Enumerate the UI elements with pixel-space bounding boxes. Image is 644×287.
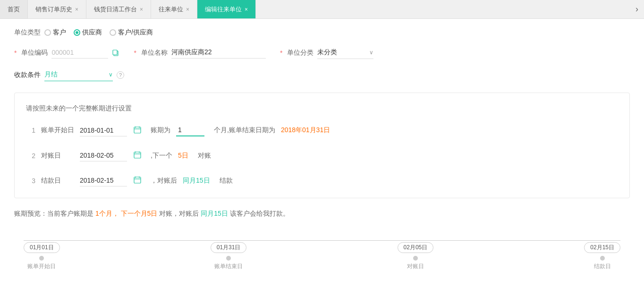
unit-name-input[interactable] <box>171 47 266 59</box>
unit-code-required: * <box>14 49 17 57</box>
start-date-calendar-icon[interactable] <box>134 126 141 135</box>
timeline-label-4: 结款日 <box>594 262 611 270</box>
svg-rect-6 <box>134 152 141 158</box>
preview-section: 账期预览：当前客户账期是 1个月， 下一个月5日 对账，对账后 同月15日 该客… <box>14 208 630 219</box>
setting-index-3: 3 <box>26 177 35 185</box>
timeline-date-3: 02月05日 <box>398 242 434 253</box>
tab-cash-work-label: 钱货日清工作台 <box>94 5 137 14</box>
tab-sales-history[interactable]: 销售订单历史 × <box>28 0 86 18</box>
tab-sales-history-label: 销售订单历史 <box>35 5 72 14</box>
tab-cash-work-close[interactable]: × <box>140 6 143 13</box>
setting-label-3: 结款日 <box>41 177 74 185</box>
payment-dropdown-arrow: ∨ <box>109 71 113 78</box>
timeline-point-4: 02月15日 结款日 <box>584 242 620 270</box>
timeline-dot-4 <box>600 256 605 261</box>
setting-label-1: 账单开始日 <box>41 126 74 135</box>
timeline-dot-3 <box>413 256 418 261</box>
tab-partner-close[interactable]: × <box>186 6 189 13</box>
radio-customer-supplier-circle <box>110 29 116 36</box>
unit-name-required: * <box>134 49 136 57</box>
tab-cash-work[interactable]: 钱货日清工作台 × <box>86 0 151 18</box>
timeline-date-4: 02月15日 <box>584 242 620 253</box>
unit-code-label: 单位编码 <box>21 49 48 57</box>
reconcile-desc-prefix: ,下一个 <box>151 152 172 160</box>
tab-home[interactable]: 首页 <box>0 0 28 18</box>
setting-row-3: 3 结款日 ，对账后同月15日结款 <box>26 175 618 186</box>
tab-bar: 首页 销售订单历史 × 钱货日清工作台 × 往来单位 × 编辑往来单位 × › <box>0 0 644 19</box>
tab-sales-history-close[interactable]: × <box>75 6 78 13</box>
payment-date-input[interactable] <box>80 175 127 186</box>
timeline-point-2: 01月31日 账单结束日 <box>211 242 247 270</box>
timeline-dot-1 <box>39 256 44 261</box>
tab-home-label: 首页 <box>8 5 20 14</box>
tab-more-button[interactable]: › <box>630 0 644 18</box>
reconcile-highlight: 5日 <box>178 152 188 160</box>
unit-code-input[interactable] <box>51 47 108 59</box>
payment-date-calendar-icon[interactable] <box>134 176 141 185</box>
svg-rect-2 <box>134 127 141 133</box>
unit-name-group: * 单位名称 <box>134 47 265 59</box>
unit-type-group: 单位类型 客户 供应商 客户/供应商 <box>14 28 153 37</box>
reconcile-desc-suffix: 对账 <box>198 152 211 160</box>
payment-highlight: 同月15日 <box>183 177 210 185</box>
tab-partner-label: 往来单位 <box>159 5 183 14</box>
preview-part4: 同月15日 <box>201 210 228 217</box>
unit-type-label: 单位类型 <box>14 28 41 37</box>
unit-category-select[interactable]: 未分类 ∨ <box>317 46 373 59</box>
payment-desc-suffix: 结款 <box>220 177 233 185</box>
period-input[interactable] <box>176 124 204 136</box>
start-date-input[interactable] <box>80 125 127 136</box>
payment-select[interactable]: 月结 ∨ <box>44 68 113 81</box>
tab-partner[interactable]: 往来单位 × <box>151 0 197 18</box>
unit-info-row: * 单位编码 * 单位名称 * 单位分类 未分类 ∨ <box>14 46 630 59</box>
reconcile-date-input[interactable] <box>80 150 127 161</box>
tab-edit-partner[interactable]: 编辑往来单位 × <box>197 0 256 18</box>
setting-index-2: 2 <box>26 152 35 160</box>
unit-category-value: 未分类 <box>317 48 337 57</box>
timeline-date-2: 01月31日 <box>211 242 247 253</box>
radio-supplier[interactable]: 供应商 <box>74 28 102 37</box>
unit-type-radio-group: 客户 供应商 客户/供应商 <box>44 28 153 37</box>
period-suffix-1: 个月,账单结束日期为 <box>214 126 275 135</box>
radio-supplier-label: 供应商 <box>82 28 102 37</box>
radio-customer-supplier[interactable]: 客户/供应商 <box>110 28 153 37</box>
help-icon[interactable]: ? <box>117 71 124 79</box>
payment-label: 收款条件 <box>14 71 41 79</box>
unit-category-arrow: ∨ <box>369 49 373 56</box>
preview-part3: 对账，对账后 <box>159 210 199 217</box>
period-prefix-1: 账期为 <box>151 126 170 135</box>
radio-supplier-circle <box>74 29 80 36</box>
payment-desc-prefix: ，对账后 <box>151 177 177 185</box>
unit-name-label: 单位名称 <box>141 49 168 57</box>
card-instruction: 请按照未来的一个完整帐期进行设置 <box>26 104 618 113</box>
radio-customer-label: 客户 <box>53 28 66 37</box>
radio-customer-supplier-label: 客户/供应商 <box>118 28 153 37</box>
tab-edit-partner-label: 编辑往来单位 <box>205 5 242 14</box>
reconcile-date-calendar-icon[interactable] <box>134 151 141 160</box>
timeline: 01月01日 账单开始日 01月31日 账单结束日 02月05日 对账日 <box>14 231 630 285</box>
tab-edit-partner-close[interactable]: × <box>245 6 248 13</box>
unit-code-group: * 单位编码 <box>14 47 119 59</box>
preview-part2: 下一个月5日 <box>121 210 158 217</box>
radio-customer-circle <box>44 29 51 36</box>
settings-card: 请按照未来的一个完整帐期进行设置 1 账单开始日 账期为 个月,账单结束日期为 … <box>14 93 630 198</box>
svg-rect-1 <box>113 50 117 55</box>
timeline-points: 01月01日 账单开始日 01月31日 账单结束日 02月05日 对账日 <box>24 236 620 270</box>
setting-index-1: 1 <box>26 127 35 134</box>
preview-part5: 该客户会给我打款。 <box>230 210 289 217</box>
setting-label-2: 对账日 <box>41 152 74 160</box>
preview-label: 账期预览：当前客户账期是 <box>14 210 93 217</box>
timeline-label-3: 对账日 <box>407 262 424 270</box>
timeline-date-1: 01月01日 <box>24 242 60 253</box>
setting-row-2: 2 对账日 ,下一个5日对账 <box>26 150 618 161</box>
copy-icon[interactable] <box>112 49 119 57</box>
unit-category-label: 单位分类 <box>287 49 314 57</box>
preview-part1: 1个月， <box>95 210 119 217</box>
radio-customer[interactable]: 客户 <box>44 28 66 37</box>
svg-rect-10 <box>134 177 141 183</box>
main-content: 单位类型 客户 供应商 客户/供应商 * 单位编码 <box>0 19 644 287</box>
setting-row-1: 1 账单开始日 账期为 个月,账单结束日期为 2018年01月31日 <box>26 124 618 136</box>
timeline-point-3: 02月05日 对账日 <box>398 242 434 270</box>
timeline-point-1: 01月01日 账单开始日 <box>24 242 60 270</box>
payment-value: 月结 <box>44 70 58 79</box>
